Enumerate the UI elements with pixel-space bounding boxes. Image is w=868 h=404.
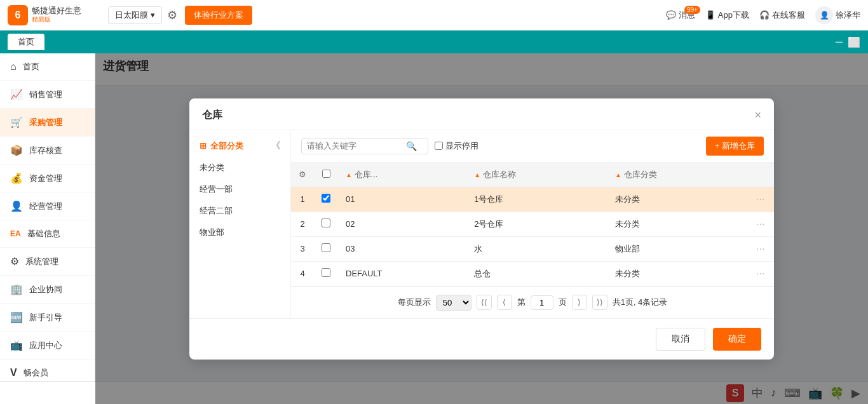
show-disabled-checkbox[interactable] — [435, 142, 443, 150]
sidebar-item-inventory[interactable]: 📦 库存核查 — [0, 137, 95, 165]
collapse-categories-icon[interactable]: 《 — [271, 140, 280, 152]
ellipsis-icon[interactable]: ··· — [756, 243, 764, 254]
modal-close-button[interactable]: × — [754, 109, 761, 122]
sidebar-item-finance[interactable]: 💰 资金管理 — [0, 165, 95, 192]
table-header-row: ⚙ ▲ 仓库... ▲ 仓库名称 — [291, 163, 774, 187]
ellipsis-icon[interactable]: ··· — [756, 194, 764, 205]
row-name: 总仓 — [466, 261, 607, 286]
row-checkbox[interactable] — [322, 268, 330, 277]
last-page-btn[interactable]: ⟩⟩ — [592, 295, 607, 310]
category-item-property[interactable]: 物业部 — [189, 222, 290, 243]
new-warehouse-button[interactable]: + 新增仓库 — [706, 137, 764, 156]
sidebar-item-guide-label: 新手引导 — [29, 312, 62, 323]
table-row[interactable]: 2 02 2号仓库 未分类 ··· — [291, 212, 774, 236]
minimize-icon[interactable]: ─ — [836, 36, 843, 48]
sidebar: ⌂ 首页 📈 销售管理 🛒 采购管理 📦 库存核查 💰 资金管理 👤 经营管理 … — [0, 53, 95, 404]
app-edition: 精易版 — [32, 15, 81, 24]
row-checkbox[interactable] — [322, 243, 330, 252]
next-page-btn[interactable]: ⟩ — [572, 295, 587, 310]
operations-icon: 👤 — [10, 200, 23, 212]
first-page-btn[interactable]: ⟨⟨ — [477, 295, 492, 310]
app-download-label: App下载 — [718, 10, 749, 21]
message-badge: 99+ — [684, 6, 700, 14]
user-profile[interactable]: 👤 徐泽华 — [815, 6, 860, 24]
row-checkbox-cell[interactable] — [314, 212, 338, 236]
sidebar-item-app-center-label: 应用中心 — [29, 340, 62, 351]
cancel-button[interactable]: 取消 — [656, 328, 705, 351]
online-service-btn[interactable]: 🎧 在线客服 — [759, 10, 805, 21]
confirm-button[interactable]: 确定 — [713, 328, 761, 351]
category-item-ops1[interactable]: 经营一部 — [189, 178, 290, 200]
message-icon: 💬 — [666, 10, 676, 20]
content-area: 进货管理 仓库 × ⊞ 全部分类 《 — [95, 53, 868, 404]
category-item-ops2[interactable]: 经营二部 — [189, 200, 290, 222]
row-name: 水 — [466, 236, 607, 261]
table-row[interactable]: 1 01 1号仓库 未分类 ··· — [291, 187, 774, 212]
all-category-label: 全部分类 — [210, 140, 243, 152]
select-all-checkbox[interactable] — [322, 170, 330, 178]
ellipsis-icon[interactable]: ··· — [756, 268, 764, 279]
message-btn[interactable]: 💬 消息 99+ — [666, 10, 695, 21]
row-checkbox-cell[interactable] — [314, 187, 338, 212]
search-box[interactable]: 🔍 — [301, 138, 428, 154]
row-more-action[interactable]: ··· — [749, 212, 774, 236]
sidebar-item-operations[interactable]: 👤 经营管理 — [0, 192, 95, 220]
ellipsis-icon[interactable]: ··· — [756, 219, 764, 229]
sidebar-item-basic-info[interactable]: EA 基础信息 — [0, 220, 95, 248]
table-row[interactable]: 4 DEFAULT 总仓 未分类 ··· — [291, 261, 774, 286]
row-checkbox[interactable] — [322, 219, 330, 227]
phone-icon: 📱 — [705, 10, 715, 20]
sidebar-item-guide[interactable]: 🆕 新手引导 — [0, 304, 95, 332]
grid-icon: ⊞ — [200, 141, 207, 151]
sidebar-item-purchase[interactable]: 🛒 采购管理 — [0, 109, 95, 137]
row-category: 未分类 — [607, 261, 749, 286]
category-all[interactable]: ⊞ 全部分类 《 — [189, 135, 290, 157]
pagination: 每页显示 10 20 50 100 ⟨⟨ ⟨ 第 页 — [291, 286, 774, 318]
table-panel: 🔍 显示停用 + 新增仓库 — [291, 130, 774, 318]
sidebar-item-operations-label: 经营管理 — [29, 201, 62, 212]
home-tab[interactable]: 首页 — [8, 34, 44, 50]
sidebar-item-home-label: 首页 — [23, 61, 39, 72]
row-name: 1号仓库 — [466, 187, 607, 212]
sidebar-item-system[interactable]: ⚙ 系统管理 — [0, 248, 95, 276]
sidebar-item-home[interactable]: ⌂ 首页 — [0, 53, 95, 81]
row-num: 2 — [291, 212, 314, 236]
row-checkbox-cell[interactable] — [314, 236, 338, 261]
teal-bar-right: ─ ⬜ — [836, 36, 860, 48]
company-selector[interactable]: 日太阳膜 ▾ — [108, 6, 162, 24]
row-more-action[interactable]: ··· — [749, 261, 774, 286]
sales-icon: 📈 — [10, 88, 23, 100]
online-service-label: 在线客服 — [772, 10, 805, 21]
logo-area: 6 畅捷通好生意 精易版 — [8, 5, 103, 25]
inventory-icon: 📦 — [10, 144, 23, 156]
search-input[interactable] — [307, 141, 402, 151]
sidebar-item-sales[interactable]: 📈 销售管理 — [0, 81, 95, 109]
row-more-action[interactable]: ··· — [749, 236, 774, 261]
table-row[interactable]: 3 03 水 物业部 ··· — [291, 236, 774, 261]
main-layout: ⌂ 首页 📈 销售管理 🛒 采购管理 📦 库存核查 💰 资金管理 👤 经营管理 … — [0, 53, 868, 404]
sort-icon: ▲ — [346, 172, 352, 178]
show-disabled-toggle[interactable]: 显示停用 — [435, 140, 478, 152]
sidebar-item-enterprise[interactable]: 🏢 企业协同 — [0, 276, 95, 304]
row-checkbox-cell[interactable] — [314, 261, 338, 286]
page-number-input[interactable] — [531, 295, 553, 310]
sidebar-item-app-center[interactable]: 📺 应用中心 — [0, 332, 95, 360]
row-num: 1 — [291, 187, 314, 212]
maximize-icon[interactable]: ⬜ — [848, 36, 860, 48]
modal-backdrop: 仓库 × ⊞ 全部分类 《 未分类 经营一部 经营二部 — [95, 53, 868, 404]
sidebar-item-system-label: 系统管理 — [25, 256, 58, 267]
col-name: ▲ 仓库名称 — [466, 163, 607, 187]
trial-button[interactable]: 体验行业方案 — [185, 6, 252, 25]
row-more-action[interactable]: ··· — [749, 187, 774, 212]
finance-icon: 💰 — [10, 172, 23, 184]
prev-page-btn[interactable]: ⟨ — [497, 295, 512, 310]
table-body: 1 01 1号仓库 未分类 ··· 2 02 2号仓库 未分类 ··· 3 03… — [291, 187, 774, 286]
app-logo-icon: 6 — [8, 5, 28, 25]
app-download-btn[interactable]: 📱 App下载 — [705, 10, 749, 21]
category-item-unclassified[interactable]: 未分类 — [189, 157, 290, 178]
page-size-select[interactable]: 10 20 50 100 — [436, 295, 471, 311]
page-label: 第 — [517, 297, 526, 308]
settings-icon[interactable]: ⚙ — [167, 8, 177, 22]
row-checkbox[interactable] — [322, 194, 330, 203]
row-code: 01 — [338, 187, 466, 212]
